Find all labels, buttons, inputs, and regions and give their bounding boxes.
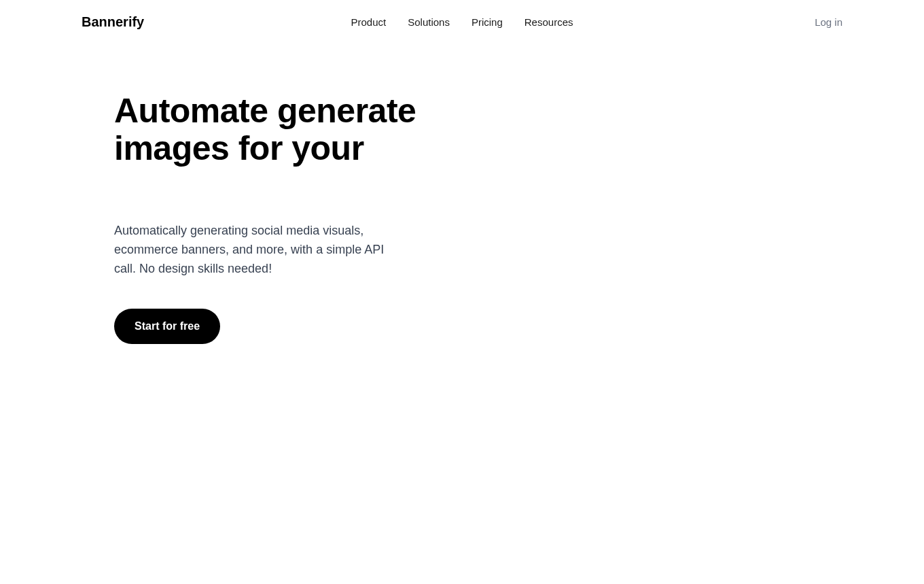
login-link[interactable]: Log in — [815, 16, 842, 28]
main-nav: Product Solutions Pricing Resources — [351, 16, 573, 28]
nav-solutions[interactable]: Solutions — [408, 16, 450, 28]
nav-pricing[interactable]: Pricing — [472, 16, 503, 28]
hero-description: Automatically generating social media vi… — [114, 222, 386, 279]
logo[interactable]: Bannerify — [82, 14, 144, 30]
header: Bannerify Product Solutions Pricing Reso… — [0, 0, 924, 44]
hero-section: Automate generate images for your Automa… — [0, 44, 435, 344]
hero-title: Automate generate images for your — [114, 92, 435, 167]
nav-resources[interactable]: Resources — [525, 16, 573, 28]
nav-product[interactable]: Product — [351, 16, 387, 28]
start-for-free-button[interactable]: Start for free — [114, 309, 220, 344]
